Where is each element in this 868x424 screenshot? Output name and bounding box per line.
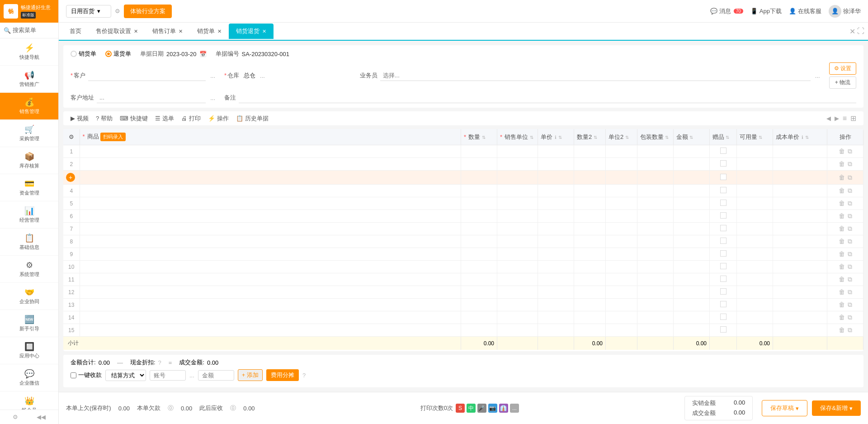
- s-icon[interactable]: S: [456, 404, 465, 413]
- copy-icon[interactable]: ⧉: [848, 200, 852, 207]
- info-icon[interactable]: ℹ: [802, 135, 803, 140]
- sidebar-item-basic[interactable]: 📋 基础信息: [0, 229, 58, 256]
- radio-delivery[interactable]: 销货单: [71, 50, 96, 58]
- copy-icon[interactable]: ⧉: [848, 301, 852, 309]
- one-key-input[interactable]: [71, 372, 76, 378]
- toolbar-shortcut[interactable]: ⌨ 快捷键: [120, 114, 148, 123]
- online-service-item[interactable]: 👤 在线客服: [789, 7, 821, 15]
- staff-dots[interactable]: ...: [815, 72, 820, 79]
- gift-checkbox[interactable]: [720, 250, 726, 257]
- product-input-active[interactable]: [83, 174, 458, 181]
- expand-icon[interactable]: ⛶: [857, 27, 864, 35]
- sidebar-item-system[interactable]: ⚙ 系统管理: [0, 256, 58, 283]
- delete-icon[interactable]: 🗑: [839, 212, 845, 220]
- account-input[interactable]: [150, 370, 186, 381]
- gift-checkbox[interactable]: [720, 200, 726, 206]
- nav-left-icon[interactable]: ◀: [826, 115, 831, 122]
- gift-checkbox[interactable]: [720, 187, 726, 193]
- tab-close-icon[interactable]: ✕: [134, 29, 138, 34]
- zh-icon[interactable]: 中: [467, 404, 476, 413]
- available-cell[interactable]: [737, 145, 773, 158]
- delete-icon[interactable]: 🗑: [839, 160, 845, 168]
- product-cell[interactable]: [80, 145, 461, 158]
- delete-icon[interactable]: 🗑: [839, 301, 845, 309]
- gift-checkbox[interactable]: [720, 263, 726, 269]
- add-payment-button[interactable]: + 添加: [238, 369, 263, 381]
- list-view-icon[interactable]: ≡: [843, 114, 847, 123]
- toolbar-video[interactable]: ▶ 视频: [71, 114, 89, 123]
- pack-qty-cell[interactable]: [637, 145, 674, 158]
- delete-icon[interactable]: 🗑: [839, 263, 845, 271]
- sidebar-item-apps[interactable]: 🔲 应用中心: [0, 337, 58, 364]
- sort-icon[interactable]: ⇅: [530, 135, 533, 140]
- sort-icon[interactable]: ⇅: [759, 135, 762, 140]
- gift-checkbox[interactable]: [720, 225, 726, 231]
- product-cell[interactable]: [80, 158, 461, 171]
- col-gear[interactable]: ⚙: [63, 129, 80, 145]
- grid-view-icon[interactable]: ⊞: [850, 114, 856, 123]
- copy-icon[interactable]: ⧉: [848, 148, 852, 155]
- info-icon[interactable]: ℹ: [555, 135, 557, 140]
- gift-checkbox[interactable]: [720, 288, 726, 295]
- sort-icon[interactable]: ⇅: [689, 135, 693, 140]
- date-value[interactable]: 2023-03-20: [166, 51, 197, 57]
- search-menu[interactable]: 🔍 搜索菜单: [0, 23, 58, 38]
- app-download-item[interactable]: 📱 App下载: [750, 7, 782, 15]
- staff-input[interactable]: [380, 70, 811, 81]
- sidebar-item-quick-nav[interactable]: ⚡ 快捷导航: [0, 38, 58, 66]
- gift-checkbox[interactable]: [720, 212, 726, 219]
- settings-btn[interactable]: ⚙ 设置: [829, 62, 856, 75]
- tab-close-icon[interactable]: ✕: [217, 29, 222, 34]
- sort-icon[interactable]: ⇅: [726, 135, 729, 140]
- copy-icon[interactable]: ⧉: [848, 238, 852, 245]
- notification-item[interactable]: 💬 消息 70: [710, 7, 743, 15]
- price-cell[interactable]: [538, 145, 574, 158]
- amount-cell[interactable]: [674, 145, 710, 158]
- cost-price-cell[interactable]: [773, 145, 827, 158]
- tab-sales-return[interactable]: 销货退货 ✕: [229, 24, 274, 39]
- settings-icon[interactable]: ⚙: [115, 8, 120, 14]
- mic-icon[interactable]: 🎤: [477, 404, 486, 413]
- gift-checkbox[interactable]: [720, 174, 726, 180]
- wuliu-btn[interactable]: + 物流: [829, 76, 856, 89]
- delete-icon[interactable]: 🗑: [839, 200, 845, 207]
- save-new-button[interactable]: 保存&新增 ▾: [812, 400, 861, 416]
- nav-right-icon[interactable]: ▶: [835, 115, 839, 122]
- toolbar-operate[interactable]: ⚡ 操作: [208, 114, 229, 123]
- sidebar-item-finance[interactable]: 💳 资金管理: [0, 174, 58, 201]
- gift-checkbox[interactable]: [720, 148, 726, 154]
- calendar-icon[interactable]: 📅: [199, 51, 207, 57]
- copy-icon[interactable]: ⧉: [848, 276, 852, 283]
- gift-checkbox[interactable]: [720, 326, 726, 333]
- sidebar-item-member[interactable]: 👑 畅会员: [0, 391, 58, 410]
- address-dots[interactable]: ...: [210, 95, 215, 101]
- sort-icon[interactable]: ⇅: [594, 135, 597, 140]
- fentai-help-icon[interactable]: ?: [302, 372, 306, 379]
- delete-icon[interactable]: 🗑: [839, 225, 845, 233]
- fentai-button[interactable]: 费用分摊: [266, 369, 299, 381]
- delete-icon[interactable]: 🗑: [839, 276, 845, 283]
- sort-icon[interactable]: ⇅: [805, 135, 809, 140]
- discount-help-icon[interactable]: ?: [158, 359, 161, 366]
- user-item[interactable]: 👤 徐泽华: [829, 5, 861, 18]
- copy-icon[interactable]: ⧉: [848, 187, 852, 195]
- delete-icon[interactable]: 🗑: [839, 326, 845, 334]
- copy-icon[interactable]: ⧉: [848, 326, 852, 334]
- gift-checkbox[interactable]: [720, 238, 726, 244]
- trial-button[interactable]: 体验行业方案: [124, 5, 172, 18]
- tab-sales-delivery[interactable]: 销货单 ✕: [190, 24, 229, 39]
- copy-icon[interactable]: ⧉: [848, 225, 852, 233]
- doc-no-value[interactable]: SA-20230320-001: [242, 51, 290, 57]
- remark-input[interactable]: [239, 92, 856, 103]
- tab-sales-order[interactable]: 销售订单 ✕: [145, 24, 190, 39]
- settings-bottom-icon[interactable]: ⚙: [13, 414, 18, 420]
- sidebar-item-wechat[interactable]: 💬 企业微信: [0, 364, 58, 391]
- qty2-cell[interactable]: [574, 145, 606, 158]
- tab-close-icon[interactable]: ✕: [179, 29, 183, 34]
- sidebar-item-marketing[interactable]: 📢 营销推广: [0, 66, 58, 93]
- sidebar-item-enterprise[interactable]: 🤝 企业协同: [0, 283, 58, 310]
- amount-input[interactable]: [198, 370, 234, 381]
- unit-cell[interactable]: [497, 145, 538, 158]
- copy-icon[interactable]: ⧉: [848, 212, 852, 220]
- toolbar-help[interactable]: ? 帮助: [96, 114, 113, 123]
